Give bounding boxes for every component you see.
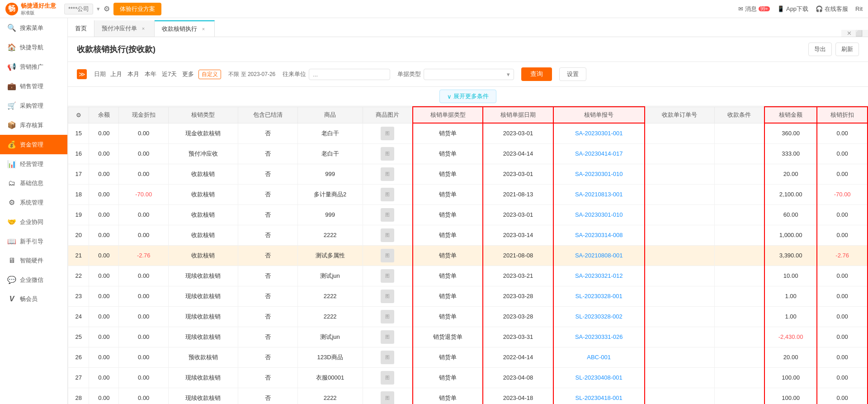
cancel-bill-no-link[interactable]: SA-20230414-017 [575,150,623,157]
sidebar: 🔍 搜索菜单 🏠 快捷导航 📢 营销推广 💼 销售管理 🛒 采购管理 📦 库存核… [0,18,68,404]
query-button[interactable]: 查询 [521,67,552,81]
filter-date-last-month[interactable]: 上月 [108,69,124,79]
cancel-bill-no-link[interactable]: SA-20210808-001 [575,252,623,259]
filter-date-this-month[interactable]: 本月 [126,69,141,79]
cell-balance: 0.00 [89,266,119,286]
content-area: 首页 预付冲应付单 × 收款核销执行 × ✕ ⬜ 收款核销执行(按收款) 导 [68,18,868,404]
cancel-bill-no-link[interactable]: SA-20230301-010 [575,211,623,218]
sidebar-item-finance[interactable]: 💰 资金管理 [0,135,67,154]
cell-cancel-bill-date: 2023-03-28 [483,306,553,327]
filter-partner-input[interactable] [309,69,390,80]
cell-cancel-bill-date: 2023-03-01 [483,204,553,225]
search-icon: 🔍 [7,24,16,32]
goods-image: 图 [381,391,394,404]
cell-receipt-condition [714,184,764,204]
tab-actions: ✕ ⬜ [841,30,868,37]
tab-home[interactable]: 首页 [68,20,94,37]
sidebar-item-sales[interactable]: 💼 销售管理 [0,76,67,96]
sidebar-item-guide[interactable]: 📖 新手引导 [0,232,67,251]
page-content: 收款核销执行(按收款) 导出 刷新 ≫ 日期 上月 本月 本年 近7天 更多 [68,37,868,404]
cell-goods: 测试jun [297,266,363,286]
tab-prepay[interactable]: 预付冲应付单 × [94,20,155,37]
setting-button[interactable]: 设置 [559,67,586,81]
sidebar-item-cooperation[interactable]: 🤝 企业协同 [0,212,67,232]
export-button[interactable]: 导出 [808,43,832,56]
filter-date-more[interactable]: 更多 [180,69,196,79]
gear-icon[interactable]: ⚙ [104,5,110,13]
sidebar-item-system[interactable]: ⚙ 系统管理 [0,193,67,212]
cancel-bill-no-link[interactable]: SL-20230328-002 [576,313,623,320]
cancel-bill-no-link[interactable]: SL-20230328-001 [576,293,623,299]
filter-expand-button[interactable]: ≫ [77,69,87,79]
table-row: 19 0.00 0.00 收款核销 否 999 图 销货单 2023-03-01… [68,204,868,225]
sidebar-item-inventory[interactable]: 📦 库存核算 [0,115,67,135]
sidebar-item-wechat[interactable]: 💬 企业微信 [0,270,67,290]
cell-receipt-condition [714,266,764,286]
cancel-bill-no-link[interactable]: SA-20230314-008 [575,232,623,238]
cell-receipt-order-no [645,266,715,286]
cell-cancel-bill-date: 2023-03-21 [483,266,553,286]
tab-collection-cancel-close[interactable]: × [200,25,207,33]
cell-goods-img: 图 [363,347,413,367]
cell-cancel-discount: 0.00 [817,388,868,404]
sidebar-item-member[interactable]: V 畅会员 [0,290,67,309]
cell-cancel-amount: 360.00 [764,123,817,143]
message-button[interactable]: ✉ 消息 99+ [738,5,770,13]
cancel-bill-no-link[interactable]: SA-20230301-010 [575,171,623,177]
expand-more-button[interactable]: ∨ 展开更多条件 [439,90,496,103]
sidebar-item-smart-hw[interactable]: 🖥 智能硬件 [0,251,67,270]
sidebar-item-purchase[interactable]: 🛒 采购管理 [0,96,67,115]
app-download-button[interactable]: 📱 App下载 [777,5,808,13]
filter-date-custom[interactable]: 自定义 [198,70,221,79]
close-tab-icon[interactable]: ✕ [847,30,852,37]
top-bar: 畅 畅捷通好生意 标准版 ****公司 ▾ ⚙ 体验行业方案 ✉ 消息 99+ … [0,0,868,18]
tab-prepay-close[interactable]: × [140,25,147,32]
cancel-bill-no-link[interactable]: SL-20230418-001 [576,394,623,401]
goods-image: 图 [381,167,394,181]
cell-cancel-discount: 0.00 [817,123,868,143]
cell-cancel-bill-type: 销货单 [413,347,483,367]
sidebar-item-marketing[interactable]: 📢 营销推广 [0,57,67,76]
inventory-icon: 📦 [7,121,16,129]
filter-bar: ≫ 日期 上月 本月 本年 近7天 更多 自定义 不限 至 2023-07-26 [68,62,868,87]
member-icon: V [7,295,16,303]
cancel-bill-no-link[interactable]: SA-20230331-026 [575,333,623,340]
cell-include-settled: 否 [238,286,297,306]
cooperation-icon: 🤝 [7,218,16,226]
company-selector[interactable]: ****公司 [64,4,93,14]
online-service-button[interactable]: 🎧 在线客服 [816,5,848,13]
cell-cash-discount: 0.00 [119,266,169,286]
filter-bill-type-select[interactable]: ▾ [424,69,514,80]
cancel-bill-no-link[interactable]: SL-20230408-001 [576,374,623,381]
filter-date-this-year[interactable]: 本年 [143,69,158,79]
maximize-icon[interactable]: ⬜ [855,30,863,37]
cell-row-id: 20 [68,225,89,245]
cell-cash-discount: 0.00 [119,388,169,404]
cancel-bill-no-link[interactable]: SA-20210813-001 [575,191,623,198]
col-header-settings[interactable]: ⚙ [68,107,89,123]
user-avatar[interactable]: Rit [855,5,863,12]
cancel-bill-no-link[interactable]: ABC-001 [587,354,611,361]
cell-cancel-bill-type: 销货单 [413,143,483,164]
cancel-bill-no-link[interactable]: SA-20230301-001 [575,130,623,137]
refresh-button[interactable]: 刷新 [835,43,859,56]
cell-cancel-bill-type: 销货单 [413,306,483,327]
cell-cancel-bill-type: 销货单 [413,164,483,184]
filter-date-7days[interactable]: 近7天 [160,69,179,79]
cell-cancel-type: 收款核销 [169,184,238,204]
cell-cash-discount: 0.00 [119,367,169,388]
sidebar-item-search[interactable]: 🔍 搜索菜单 [0,18,67,38]
chevron-down-icon: ▾ [97,5,100,12]
cell-cancel-type: 收款核销 [169,225,238,245]
sidebar-item-operations[interactable]: 📊 经营管理 [0,154,67,174]
sidebar-item-basic-info[interactable]: 🗂 基础信息 [0,174,67,193]
cancel-bill-no-link[interactable]: SA-20230321-012 [575,272,623,279]
cell-cancel-bill-date: 2023-03-01 [483,164,553,184]
cell-cancel-amount: 10.00 [764,266,817,286]
cell-receipt-condition [714,388,764,404]
tab-collection-cancel[interactable]: 收款核销执行 × [155,20,215,37]
cell-goods: 老白干 [297,143,363,164]
sidebar-item-quick-nav[interactable]: 🏠 快捷导航 [0,38,67,57]
cell-cancel-bill-date: 2023-04-18 [483,388,553,404]
industry-solution-button[interactable]: 体验行业方案 [113,3,161,15]
